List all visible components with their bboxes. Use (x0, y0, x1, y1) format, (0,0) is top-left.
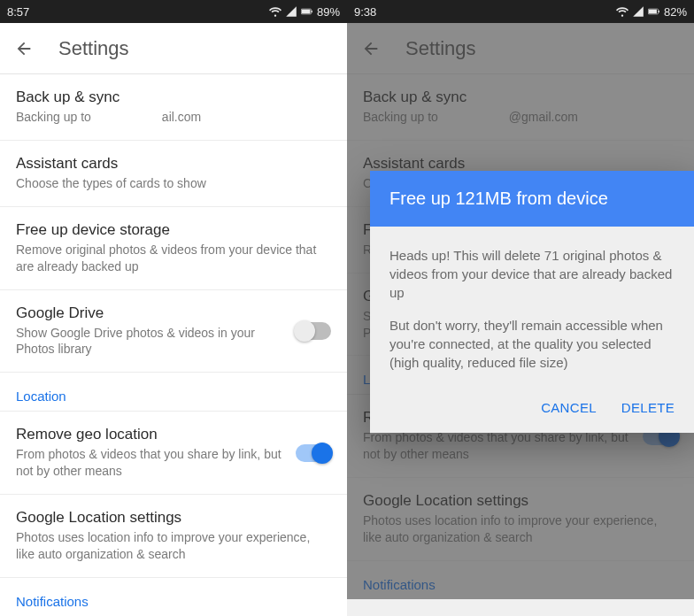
status-bar: 8:57 89% (0, 0, 347, 23)
status-time: 8:57 (7, 5, 29, 19)
delete-button[interactable]: DELETE (621, 400, 675, 415)
dialog-actions: CANCEL DELETE (370, 393, 694, 433)
signal-icon (285, 5, 297, 18)
wifi-icon (269, 5, 281, 18)
section-location: Location (0, 373, 347, 411)
wifi-icon (616, 5, 628, 18)
battery-percent: 82% (664, 5, 687, 19)
svg-rect-4 (649, 10, 657, 14)
dialog-title: Free up 121MB from device (370, 171, 694, 227)
cancel-button[interactable]: CANCEL (541, 400, 597, 415)
back-icon[interactable] (14, 39, 34, 58)
item-google-drive[interactable]: Google Drive Show Google Drive photos & … (0, 290, 347, 373)
battery-percent: 89% (317, 5, 340, 19)
header: Settings (0, 23, 347, 74)
svg-rect-2 (312, 11, 312, 12)
settings-list: Back up & sync Backing up toail.com Assi… (0, 74, 347, 616)
item-free-up-storage[interactable]: Free up device storage Remove original p… (0, 207, 347, 290)
svg-rect-1 (302, 10, 311, 14)
item-backup-sync[interactable]: Back up & sync Backing up toail.com (0, 74, 347, 141)
status-bar: 9:38 82% (347, 0, 694, 23)
item-google-location[interactable]: Google Location settings Photos uses loc… (0, 495, 347, 578)
screen-right: 9:38 82% Settings Back up & sync Backing… (347, 0, 694, 616)
battery-icon (301, 5, 313, 18)
item-assistant-cards[interactable]: Assistant cards Choose the types of card… (0, 141, 347, 207)
status-icons: 89% (269, 5, 340, 19)
svg-rect-5 (659, 11, 659, 12)
dialog-body: Heads up! This will delete 71 original p… (370, 227, 694, 393)
status-time: 9:38 (354, 5, 376, 19)
item-remove-geo[interactable]: Remove geo location From photos & videos… (0, 411, 347, 495)
toggle-remove-geo[interactable] (296, 444, 331, 462)
signal-icon (632, 5, 644, 18)
free-up-dialog: Free up 121MB from device Heads up! This… (370, 171, 694, 433)
section-notifications: Notifications (0, 578, 347, 616)
toggle-google-drive[interactable] (296, 322, 331, 340)
screen-left: 8:57 89% Settings Back up & sync Backing… (0, 0, 347, 616)
battery-icon (648, 5, 660, 18)
page-title: Settings (58, 37, 129, 60)
status-icons: 82% (616, 5, 687, 19)
